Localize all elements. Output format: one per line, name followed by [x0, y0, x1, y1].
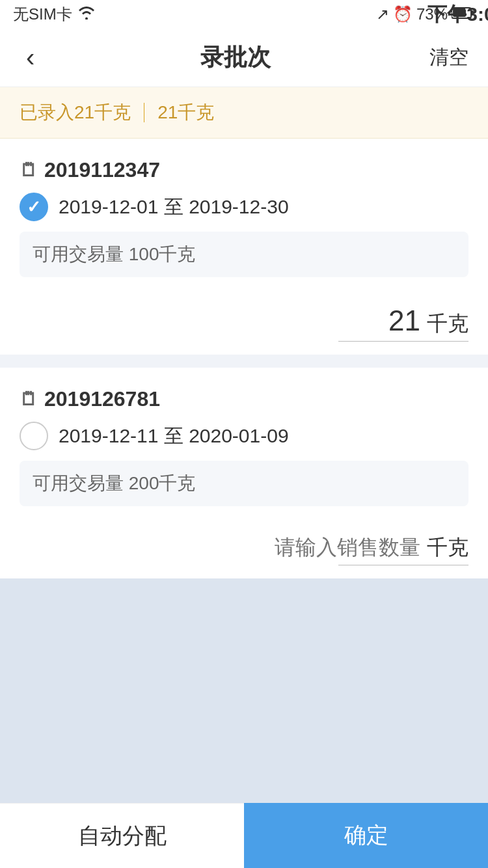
status-left: 无SIM卡 [13, 4, 96, 25]
quantity-input[interactable] [225, 536, 420, 560]
back-button[interactable]: ‹ [20, 36, 41, 79]
batch1-card: 🗒 2019112347 2019-12-01 至 2019-12-30 可用交… [0, 139, 488, 355]
info-label: 已录入21千克 [20, 100, 131, 125]
location-icon: ↗ [376, 5, 389, 23]
batch2-header: 🗒 2019126781 [20, 387, 468, 411]
batch2-id: 2019126781 [44, 387, 160, 411]
bottom-bar: 自动分配 确定 [0, 803, 488, 868]
doc-icon-2: 🗒 [20, 388, 38, 410]
batch2-underline [338, 565, 468, 565]
status-bar: 无SIM卡 下午3:04 ↗ ⏰ 73% [0, 0, 488, 29]
batch1-date-range: 2019-12-01 至 2019-12-30 [59, 194, 289, 221]
carrier-text: 无SIM卡 [13, 4, 72, 25]
page-title: 录批次 [200, 42, 271, 74]
batch1-header: 🗒 2019112347 [20, 158, 468, 182]
batch2-date-range: 2019-12-11 至 2020-01-09 [59, 423, 289, 450]
clear-button[interactable]: 清空 [429, 44, 468, 71]
info-banner: 已录入21千克 21千克 [0, 87, 488, 139]
batch1-amount-unit: 千克 [427, 310, 468, 338]
batch1-checkbox[interactable] [20, 193, 48, 221]
info-value: 21千克 [157, 100, 214, 125]
gray-area [0, 578, 488, 832]
alarm-icon: ⏰ [393, 5, 413, 23]
batch2-avail: 可用交易量 200千克 [20, 461, 468, 506]
batch1-underline [338, 341, 468, 342]
doc-icon-1: 🗒 [20, 159, 38, 181]
batch2-checkbox[interactable] [20, 422, 48, 450]
auto-distribute-button[interactable]: 自动分配 [0, 803, 244, 868]
batch2-unit: 千克 [427, 534, 468, 562]
batch1-id: 2019112347 [44, 158, 160, 182]
batch1-avail: 可用交易量 100千克 [20, 232, 468, 277]
batch1-amount-number: 21 [388, 305, 420, 337]
batch2-row: 2019-12-11 至 2020-01-09 [20, 422, 468, 450]
confirm-button[interactable]: 确定 [244, 803, 488, 868]
batch2-card: 🗒 2019126781 2019-12-11 至 2020-01-09 可用交… [0, 368, 488, 578]
info-divider [144, 103, 144, 122]
batch1-amount-display: 21 千克 [388, 305, 468, 338]
section-gap-1 [0, 355, 488, 368]
status-time: 下午3:04 [427, 1, 488, 28]
nav-bar: ‹ 录批次 清空 [0, 29, 488, 87]
wifi-icon [77, 5, 96, 23]
batch1-row: 2019-12-01 至 2019-12-30 [20, 193, 468, 221]
